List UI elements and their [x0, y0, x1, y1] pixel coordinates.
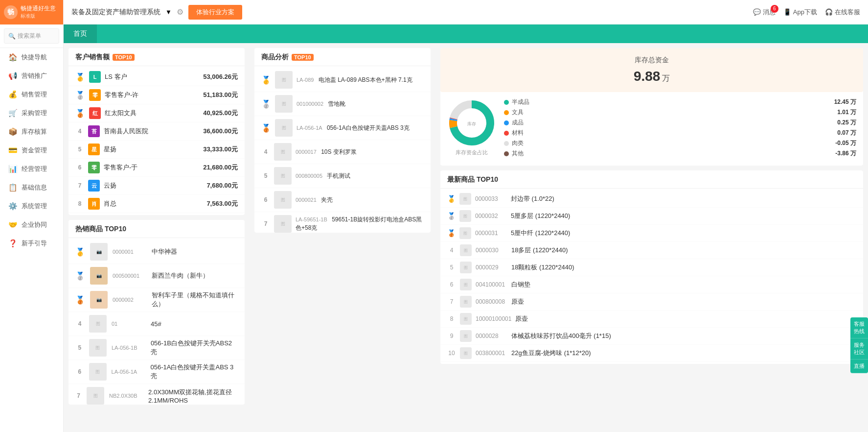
- legend-label: 成品: [512, 119, 834, 127]
- hot-product-name: 智利车子里（规格不知道填什么）: [152, 291, 238, 309]
- basic-label: 基础信息: [22, 183, 47, 192]
- sidebar-item-purchase[interactable]: 🛒 采购管理: [0, 104, 63, 122]
- hot-product-name: 056-1A白色按键开关盖ABS 3壳: [151, 363, 238, 381]
- legend-value: 1.01 万: [837, 108, 856, 117]
- sidebar-item-basic[interactable]: 📋 基础信息: [0, 178, 63, 197]
- hot-product-code: LA-056-1A: [112, 369, 146, 375]
- new-product-code: 0000033: [475, 195, 507, 202]
- search-icon: 🔍: [8, 33, 16, 40]
- sidebar-item-enterprise[interactable]: 🤝 企业协同: [0, 216, 63, 234]
- product-analysis-card: 商品分析 TOP10 🥇 图 LA-089 电池盖 LA-089 ABS本色+黑…: [254, 48, 431, 233]
- content-body: 客户销售额 TOP10 🥇 L LS 客户 53,006.26元 🥈 零 零售客…: [64, 43, 868, 432]
- purchase-label: 采购管理: [22, 109, 47, 118]
- sidebar-item-system[interactable]: ⚙️ 系统管理: [0, 197, 63, 216]
- customer-rank-row: 🥇 L LS 客户 53,006.26元: [69, 68, 245, 86]
- rank-number: 9: [447, 333, 456, 339]
- sales-icon: 💰: [8, 90, 18, 99]
- sidebar-item-finance[interactable]: 💳 资金管理: [0, 141, 63, 160]
- hot-product-code: NB2.0X30B: [109, 393, 143, 399]
- legend-value: 0.25 万: [837, 119, 856, 127]
- online-service-button[interactable]: 🎧 在线客服: [825, 8, 860, 17]
- donut-chart-container: 库存 库存资金占比: [447, 98, 496, 159]
- sidebar-item-sales[interactable]: 💰 销售管理: [0, 85, 63, 104]
- product-image: 📷: [90, 243, 108, 261]
- customer-top10-card: 客户销售额 TOP10 🥇 L LS 客户 53,006.26元 🥈 零 零售客…: [69, 48, 245, 215]
- rank-number: 6: [261, 196, 270, 203]
- customer-value: 33,333.00元: [203, 145, 238, 154]
- legend-dot: [504, 110, 509, 115]
- float-service-btn[interactable]: 客服热线: [850, 317, 868, 338]
- right-col: 库存总资金 9.88 万: [435, 43, 868, 432]
- logo-title: 畅捷通好生意: [21, 5, 56, 13]
- rank-number: 8: [447, 315, 456, 322]
- product-code: 000800005: [296, 173, 322, 179]
- home-tab[interactable]: 首页: [64, 24, 97, 43]
- product-image: 图: [89, 363, 107, 381]
- silver-medal-icon: 🥈: [75, 91, 85, 100]
- sidebar-item-stock[interactable]: 📦 库存核算: [0, 122, 63, 141]
- new-product-row: 10 图 003800001 22g鱼豆腐-烧烤味 (1*12*20): [440, 345, 863, 362]
- purchase-icon: 🛒: [8, 109, 18, 118]
- customer-avatar: L: [89, 71, 101, 83]
- dropdown-arrow-icon[interactable]: ▼: [165, 8, 172, 16]
- sales-label: 销售管理: [22, 90, 47, 99]
- basic-icon: 📋: [8, 183, 18, 192]
- silver-medal-icon: 🥈: [75, 271, 85, 281]
- float-community-btn[interactable]: 服务社区: [850, 338, 868, 360]
- customer-rank-row: 4 苔 苔南县人民医院 36,600.00元: [69, 122, 245, 141]
- new-product-image: 图: [460, 347, 472, 359]
- legend-item: 其他 -3.86 万: [504, 149, 856, 158]
- rank-number: 10: [447, 350, 456, 357]
- legend-label: 肉类: [512, 139, 832, 147]
- legend-dot: [504, 141, 509, 146]
- new-products-title: 最新商品 TOP10: [447, 175, 498, 184]
- legend-dot: [504, 120, 509, 125]
- product-info: 0000021 夹壳: [296, 196, 424, 204]
- marketing-icon: 📢: [8, 72, 18, 80]
- product-name: 夹壳: [321, 196, 333, 203]
- rank-number: 4: [75, 320, 84, 327]
- sidebar-item-marketing[interactable]: 📢 营销推广: [0, 67, 63, 85]
- sidebar-item-guide[interactable]: ❓ 新手引导: [0, 234, 63, 253]
- product-image: 图: [274, 143, 292, 161]
- new-product-row: 7 图 000800008 原壶: [440, 293, 863, 311]
- product-image: 图: [89, 339, 107, 357]
- customer-name: 红太阳文具: [105, 109, 199, 118]
- product-image: 图: [274, 191, 292, 209]
- search-menu-button[interactable]: 🔍 搜索菜单: [4, 28, 59, 44]
- float-live-btn[interactable]: 直播: [850, 360, 868, 373]
- sidebar-item-operations[interactable]: 📊 经营管理: [0, 160, 63, 178]
- sidebar-logo: 畅 畅捷通好生意 标准版: [0, 0, 63, 24]
- trial-button[interactable]: 体验行业方案: [188, 5, 242, 20]
- product-info: 001000002 雪地靴: [297, 100, 424, 108]
- new-product-image: 图: [459, 210, 471, 222]
- donut-section: 库存 库存资金占比 半成品 12.45 万 文具 1.01 万 成品 0.25 …: [440, 92, 863, 166]
- logo-subtitle: 标准版: [21, 13, 56, 20]
- stock-total-label: 库存总资金: [448, 56, 855, 65]
- hot-products-list: 🥇 📷 0000001 中华神器 🥈 📷 000500001 新西兰牛肉（新牛）…: [69, 238, 245, 405]
- customer-name: 零售客户-许: [105, 91, 199, 99]
- new-products-card: 最新商品 TOP10 🥇 图 0000033 封边带 (1.0*22) 🥈 图 …: [440, 170, 863, 364]
- new-product-image: 图: [460, 313, 472, 325]
- product-rank-row: 🥉 图 LA-056-1A 056-1A白色按键开关盖ABS 3克: [254, 116, 431, 140]
- customer-avatar: 零: [88, 162, 100, 173]
- new-product-row: 🥇 图 0000033 封边带 (1.0*22): [440, 191, 863, 208]
- sidebar-item-quick[interactable]: 🏠 快捷导航: [0, 48, 63, 67]
- gold-medal-icon: 🥇: [75, 72, 85, 82]
- hot-product-code: 0000001: [113, 249, 147, 255]
- hot-product-name: 2.0X30MM双搓花轴,搓花直径2.1MM/ROHS: [148, 388, 238, 404]
- system-icon: ⚙️: [8, 202, 18, 211]
- product-top10-badge: TOP10: [292, 54, 314, 61]
- guide-label: 新手引导: [22, 239, 47, 248]
- stock-total-value-block: 9.88 万: [448, 69, 855, 84]
- message-button[interactable]: 💬 消息 6: [753, 8, 776, 17]
- new-product-code: 0000028: [476, 333, 507, 339]
- customer-value: 51,183.00元: [203, 91, 238, 99]
- gear-icon[interactable]: ⚙: [177, 7, 183, 17]
- legend-label: 半成品: [512, 98, 831, 106]
- app-download-button[interactable]: 📱 App下载: [783, 8, 817, 17]
- customer-top10-header: 客户销售额 TOP10: [69, 48, 245, 66]
- message-badge: 6: [771, 5, 778, 13]
- header-right: 💬 消息 6 📱 App下载 🎧 在线客服: [753, 8, 860, 17]
- customer-analysis-col: 客户销售额 TOP10 🥇 L LS 客户 53,006.26元 🥈 零 零售客…: [64, 43, 250, 432]
